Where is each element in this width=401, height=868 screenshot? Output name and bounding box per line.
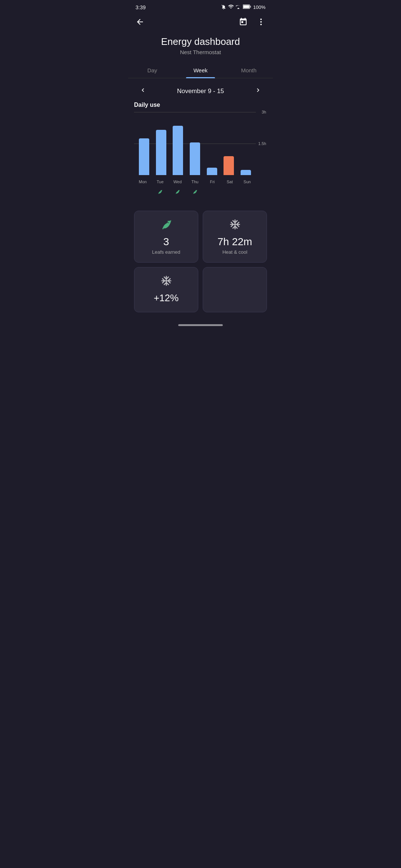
bar-group-fri (203, 112, 221, 175)
leaf-sat (221, 189, 238, 196)
back-button[interactable] (134, 16, 146, 28)
page-subtitle: Nest Thermostat (134, 49, 267, 55)
prev-week-button[interactable] (136, 85, 150, 97)
mute-icon (221, 4, 226, 11)
svg-rect-2 (243, 5, 249, 8)
percentage-card: +12% (134, 267, 198, 312)
tab-day[interactable]: Day (128, 63, 176, 78)
leaf-fri (203, 189, 221, 196)
leafs-card: 3 Leafs earned (134, 211, 198, 263)
calendar-button[interactable] (237, 16, 249, 28)
date-range: November 9 - 15 (177, 88, 224, 95)
chart-title: Daily use (134, 102, 267, 108)
status-icons (221, 4, 251, 11)
bar-wed (173, 126, 183, 175)
leaf-thu (186, 189, 204, 196)
x-label-sat: Sat (221, 180, 238, 184)
bar-sat (224, 156, 234, 175)
bars-area (134, 112, 256, 175)
leafs-desc: Leafs earned (152, 249, 180, 255)
leaf-sun (238, 189, 256, 196)
bar-mon (139, 138, 149, 175)
svg-point-3 (260, 19, 262, 20)
svg-rect-1 (250, 6, 251, 7)
x-label-wed: Wed (169, 180, 186, 184)
chart-container: 3h 1.5h (134, 112, 267, 186)
status-bar: 3:39 100% (128, 0, 273, 13)
top-bar (128, 13, 273, 32)
bar-tue (156, 130, 166, 175)
date-nav: November 9 - 15 (128, 78, 273, 102)
leaf-icon (160, 218, 172, 233)
heat-cool-value: 7h 22m (218, 236, 252, 248)
bar-group-sun (237, 112, 254, 175)
svg-point-4 (260, 21, 262, 23)
heat-cool-card: 7h 22m Heat & cool (203, 211, 267, 263)
next-week-button[interactable] (251, 85, 265, 97)
bar-group-thu (186, 112, 203, 175)
svg-point-5 (260, 24, 262, 25)
bar-group-wed (169, 112, 186, 175)
tabs-container: Day Week Month (128, 63, 273, 78)
bar-group-tue (153, 112, 170, 175)
grid-label-3h: 3h (262, 110, 266, 114)
bar-thu (190, 142, 200, 175)
hvac-icon-2 (160, 275, 172, 289)
x-labels: Mon Tue Wed Thu Fri Sat Sun (134, 180, 256, 184)
status-time: 3:39 (136, 4, 146, 10)
bottom-cards-row: +12% (128, 267, 273, 321)
hvac-icon (229, 218, 241, 233)
home-bar (128, 321, 273, 331)
bar-fri (207, 168, 217, 175)
x-label-fri: Fri (203, 180, 221, 184)
empty-card (203, 267, 267, 312)
top-bar-right (237, 16, 267, 28)
heat-cool-desc: Heat & cool (222, 249, 247, 255)
more-button[interactable] (255, 16, 267, 28)
percentage-value: +12% (154, 292, 179, 304)
x-label-sun: Sun (238, 180, 256, 184)
status-right: 100% (221, 4, 265, 11)
leaf-tue (151, 189, 169, 196)
wifi-icon (228, 4, 234, 11)
bar-group-sat (221, 112, 238, 175)
battery-icon (243, 4, 251, 10)
tab-week[interactable]: Week (176, 63, 225, 78)
x-label-tue: Tue (151, 180, 169, 184)
x-label-thu: Thu (186, 180, 204, 184)
bar-sun (241, 170, 251, 175)
grid-label-1-5h: 1.5h (258, 141, 266, 146)
leaf-wed (169, 189, 186, 196)
chart-section: Daily use 3h 1.5h (128, 102, 273, 202)
title-section: Energy dashboard Nest Thermostat (128, 32, 273, 63)
home-indicator (178, 324, 223, 326)
leafs-value: 3 (163, 236, 169, 248)
tab-month[interactable]: Month (225, 63, 273, 78)
cards-grid: 3 Leafs earned 7h 22m Heat & cool (128, 202, 273, 267)
bar-group-mon (136, 112, 153, 175)
leaf-mon (134, 189, 151, 196)
signal-icon (235, 4, 241, 11)
page-title: Energy dashboard (134, 36, 267, 47)
battery-percentage: 100% (253, 4, 265, 10)
x-label-mon: Mon (134, 180, 151, 184)
